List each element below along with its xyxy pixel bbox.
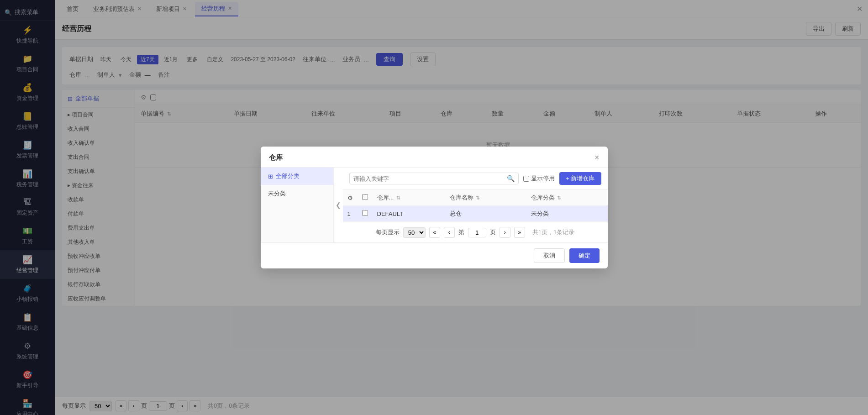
row-check <box>358 206 373 222</box>
modal-prev-btn[interactable]: ‹ <box>444 227 455 238</box>
modal-footer: 取消 确定 <box>261 242 608 268</box>
modal-collapse-btn[interactable]: ❮ <box>334 168 343 242</box>
confirm-button[interactable]: 确定 <box>569 248 600 263</box>
grid-icon-modal: ⊞ <box>268 173 273 180</box>
row-name: 总仓 <box>445 206 526 222</box>
row-code: DEFAULT <box>373 206 445 222</box>
modal-title: 仓库 <box>269 153 283 162</box>
modal-next-btn[interactable]: › <box>500 227 510 238</box>
row-checkbox[interactable] <box>362 210 368 216</box>
modal-first-btn[interactable]: « <box>429 227 440 238</box>
modal-table: ⚙ 仓库... ⇅ 仓库名称 ⇅ 仓库分类 ⇅ 1 DEFA <box>343 190 608 222</box>
show-disabled-text: 显示停用 <box>531 174 555 183</box>
row-num: 1 <box>343 206 358 222</box>
modal-toolbar: 🔍 显示停用 + 新增仓库 <box>343 168 608 190</box>
col-gear: ⚙ <box>343 190 358 206</box>
row-category: 未分类 <box>526 206 608 222</box>
cancel-button[interactable]: 取消 <box>534 248 565 263</box>
modal-sidebar: ⊞ 全部分类 未分类 <box>261 168 334 242</box>
modal-last-btn[interactable]: » <box>514 227 525 238</box>
modal-per-page-label: 每页显示 <box>376 228 400 236</box>
col-warehouse-code: 仓库... ⇅ <box>373 190 445 206</box>
modal-uncategorized-label: 未分类 <box>268 189 286 198</box>
modal-header: 仓库 × <box>261 147 608 168</box>
warehouse-modal: 仓库 × ⊞ 全部分类 未分类 ❮ 🔍 <box>261 147 608 268</box>
modal-sidebar-all[interactable]: ⊞ 全部分类 <box>261 168 333 185</box>
modal-page-label: 第 <box>458 228 464 236</box>
show-disabled-checkbox[interactable] <box>523 176 529 182</box>
modal-page-suffix: 页 <box>490 228 496 236</box>
modal-body: ⊞ 全部分类 未分类 ❮ 🔍 显示停用 <box>261 168 608 242</box>
modal-search: 🔍 <box>349 173 519 184</box>
add-warehouse-btn[interactable]: + 新增仓库 <box>559 172 601 185</box>
gear-icon-col[interactable]: ⚙ <box>347 194 353 201</box>
col-warehouse-category: 仓库分类 ⇅ <box>526 190 608 206</box>
show-disabled-label[interactable]: 显示停用 <box>523 174 555 183</box>
modal-total: 共1页，1条记录 <box>532 228 574 236</box>
col-warehouse-name: 仓库名称 ⇅ <box>445 190 526 206</box>
modal-per-page-select[interactable]: 50 <box>403 227 426 238</box>
modal-sidebar-all-label: 全部分类 <box>276 172 300 180</box>
col-check <box>358 190 373 206</box>
modal-select-all[interactable] <box>362 194 368 200</box>
table-row[interactable]: 1 DEFAULT 总仓 未分类 <box>343 206 608 222</box>
search-icon-modal: 🔍 <box>507 175 515 182</box>
modal-sidebar-uncategorized[interactable]: 未分类 <box>261 185 333 202</box>
modal-overlay[interactable]: 仓库 × ⊞ 全部分类 未分类 ❮ 🔍 <box>0 0 868 415</box>
modal-main: 🔍 显示停用 + 新增仓库 ⚙ 仓库... ⇅ <box>343 168 608 242</box>
modal-search-input[interactable] <box>353 175 505 182</box>
modal-page-input[interactable] <box>468 228 486 237</box>
modal-pagination: 每页显示 50 « ‹ 第 页 › » 共1页，1条记录 <box>343 222 608 242</box>
modal-close-btn[interactable]: × <box>594 153 600 163</box>
